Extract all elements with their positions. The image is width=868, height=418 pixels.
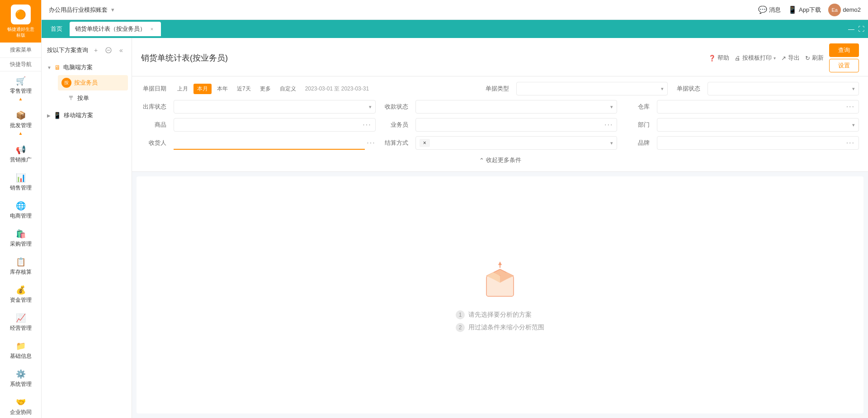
export-label: 导出 [788, 54, 800, 62]
date-tab-last-month[interactable]: 上月 [174, 84, 192, 94]
tree-pc-header[interactable]: ▼ 🖥 电脑端方案 [42, 61, 132, 74]
logo-icon: 🟠 [11, 5, 31, 24]
sidebar-item-ecommerce[interactable]: 🌐 电商管理 [0, 196, 41, 224]
date-tabs: 上月 本月 本年 近7天 更多 自定义 2023-03-01 至 2023-03… [174, 84, 369, 94]
tree-mobile-section: ▶ 📱 移动端方案 [42, 107, 132, 124]
query-button[interactable]: 查询 [829, 43, 859, 57]
doc-status-arrow: ▾ [852, 86, 855, 92]
tab-home[interactable]: 首页 [45, 22, 68, 36]
tab-home-label: 首页 [51, 25, 62, 33]
help-btn[interactable]: ❓ 帮助 [708, 54, 729, 62]
consignee-dots: ··· [367, 139, 375, 147]
date-tab-this-month[interactable]: 本月 [193, 84, 212, 94]
help-label: 帮助 [717, 54, 729, 62]
by-order-label: 按单 [77, 94, 89, 102]
message-icon: 💬 [758, 5, 767, 14]
left-panel-actions: + « [91, 45, 126, 55]
dept-select[interactable]: ▾ [657, 118, 859, 132]
settle-tag-close[interactable]: × [423, 140, 426, 146]
date-tab-last-7[interactable]: 近7天 [233, 84, 255, 94]
receive-status-select[interactable]: ▾ [415, 100, 618, 114]
sidebar-item-wholesale[interactable]: 📦 批发管理 ▲ [0, 106, 41, 140]
user-profile-btn[interactable]: Ea demo2 [828, 4, 861, 16]
tab-expand-controls: — ⛶ [848, 25, 864, 33]
sidebar-item-label: 电商管理 [10, 212, 32, 220]
dept-label: 部门 [624, 121, 650, 129]
warehouse-control: ··· [657, 100, 859, 114]
goods-select[interactable]: ··· [174, 118, 376, 132]
sidebar-item-finance[interactable]: 💰 资金管理 [0, 280, 41, 309]
mobile-section-label: 移动端方案 [64, 111, 93, 119]
print-label: 按模板打印 [742, 54, 772, 62]
sidebar-item-inventory[interactable]: 📋 库存核算 [0, 252, 41, 280]
date-tab-more[interactable]: 更多 [256, 84, 274, 94]
sidebar-item-purchase[interactable]: 🛍️ 采购管理 [0, 224, 41, 252]
help-icon: ❓ [708, 55, 716, 62]
settle-arrow: ▾ [610, 140, 613, 146]
print-dropdown-icon: ▾ [774, 56, 776, 61]
edit-scheme-btn[interactable] [104, 45, 113, 55]
tab-minimize-btn[interactable]: — [848, 25, 854, 33]
sidebar-item-basic[interactable]: 📁 基础信息 [0, 337, 41, 365]
enterprise-icon: 🤝 [16, 397, 26, 407]
tab-close-btn[interactable]: × [148, 25, 156, 33]
system-icon: ⚙️ [16, 369, 26, 379]
tab-maximize-btn[interactable]: ⛶ [858, 25, 864, 33]
retail-icon: 🛒 [16, 76, 26, 86]
sidebar-quick-nav[interactable]: 快捷导航 [0, 58, 41, 71]
sidebar-item-operations[interactable]: 📈 经营管理 [0, 309, 41, 337]
message-btn[interactable]: 💬 消息 [758, 5, 781, 14]
settings-button[interactable]: 设置 [829, 59, 859, 72]
tree-item-by-staff[interactable]: 按 按业务员 [58, 75, 128, 90]
date-tab-this-year[interactable]: 本年 [213, 84, 231, 94]
doc-status-select[interactable]: ▾ [708, 82, 859, 95]
consignee-input[interactable] [174, 136, 365, 150]
sidebar-item-marketing[interactable]: 📢 营销推广 [0, 140, 41, 168]
sidebar-item-system[interactable]: ⚙️ 系统管理 [0, 365, 41, 393]
sidebar-item-enterprise[interactable]: 🤝 企业协同 [0, 393, 41, 418]
tab-sales-stat[interactable]: 销货单统计表（按业务员） × [70, 22, 161, 36]
date-label: 单据日期 [141, 85, 166, 93]
doc-type-arrow: ▾ [661, 86, 664, 92]
brand-select[interactable]: ··· [657, 136, 859, 150]
app-download-btn[interactable]: 📱 App下载 [788, 5, 821, 14]
tree-item-by-order[interactable]: 〒 按单 [63, 91, 132, 105]
sidebar-item-sales[interactable]: 📊 销售管理 [0, 168, 41, 196]
doc-status-control: ▾ [708, 82, 859, 95]
tree-pc-children: 按 按业务员 〒 按单 [42, 75, 132, 105]
doc-type-select[interactable]: ▾ [516, 82, 668, 95]
refresh-icon: ↻ [805, 55, 810, 62]
settle-control: × ▾ [415, 136, 618, 150]
refresh-btn[interactable]: ↻ 刷新 [805, 54, 824, 62]
sidebar-logo: 🟠 畅捷通好生意 标版 [0, 0, 41, 43]
out-status-select[interactable]: ▾ [174, 100, 376, 114]
sidebar-item-label: 营销推广 [10, 156, 32, 164]
collapse-button[interactable]: ⌃ 收起更多条件 [474, 154, 527, 166]
date-tab-custom[interactable]: 自定义 [276, 84, 300, 94]
sidebar-item-label: 批发管理 [10, 122, 32, 129]
sidebar-item-label: 基础信息 [10, 352, 32, 360]
sidebar-item-retail[interactable]: 🛒 零售管理 ▲ [0, 71, 41, 106]
topbar-dropdown-icon[interactable]: ▾ [111, 6, 114, 13]
sidebar-item-label: 经营管理 [10, 324, 32, 332]
tip-1-num: 1 [456, 310, 465, 319]
print-btn[interactable]: 🖨 按模板打印 ▾ [735, 54, 776, 62]
settle-select[interactable]: × ▾ [415, 136, 618, 150]
empty-tip-1: 1 请先选择要分析的方案 [456, 310, 544, 319]
staff-select[interactable]: ··· [415, 118, 618, 132]
brand-dots: ··· [846, 139, 855, 147]
tip-1-text: 请先选择要分析的方案 [468, 311, 532, 319]
sidebar: 🟠 畅捷通好生意 标版 搜索菜单 快捷导航 🛒 零售管理 ▲ 📦 批发管理 ▲ … [0, 0, 42, 418]
tab-sales-stat-label: 销货单统计表（按业务员） [75, 25, 146, 33]
export-btn[interactable]: ↗ 导出 [781, 54, 800, 62]
basic-icon: 📁 [16, 341, 26, 351]
collapse-panel-btn[interactable]: « [116, 45, 126, 55]
consignee-label: 收货人 [141, 139, 166, 147]
doc-type-label: 单据类型 [484, 85, 509, 93]
page-actions: ❓ 帮助 🖨 按模板打印 ▾ ↗ 导出 ↻ 刷新 [708, 43, 859, 72]
warehouse-select[interactable]: ··· [657, 100, 859, 114]
tree-mobile-header[interactable]: ▶ 📱 移动端方案 [42, 109, 132, 122]
sidebar-search[interactable]: 搜索菜单 [0, 43, 41, 58]
export-icon: ↗ [781, 55, 786, 62]
add-scheme-btn[interactable]: + [91, 45, 101, 55]
